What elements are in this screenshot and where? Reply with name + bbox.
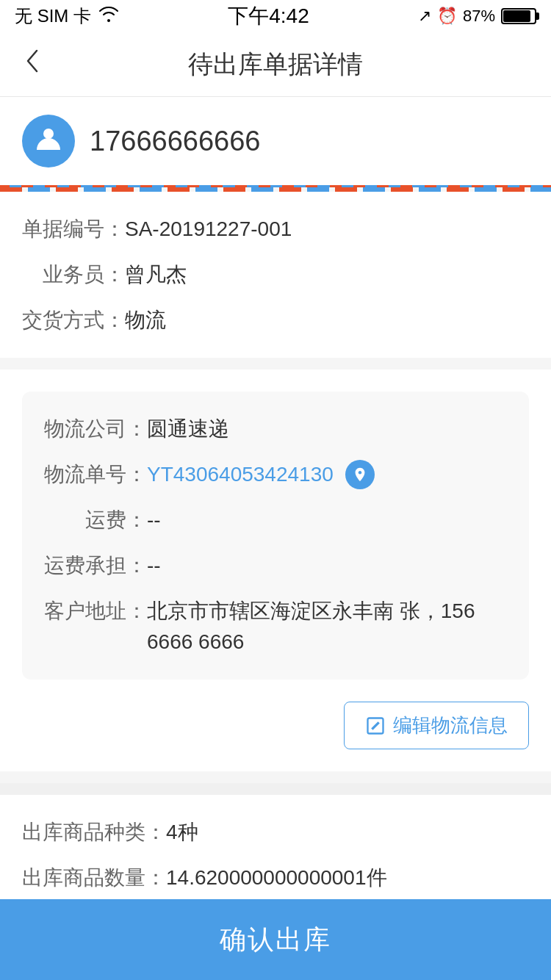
carrier-label: 无 SIM 卡 [15, 4, 91, 28]
delivery-row: 交货方式： 物流 [22, 305, 529, 336]
back-button[interactable] [22, 45, 66, 84]
user-icon [34, 123, 63, 159]
tracking-label: 物流单号： [44, 459, 147, 490]
logistics-company-label: 物流公司： [44, 414, 147, 444]
goods-quantity-label: 出库商品数量： [22, 862, 166, 893]
document-info-section: 单据编号： SA-20191227-001 业务员： 曾凡杰 交货方式： 物流 [0, 192, 551, 358]
document-number-row: 单据编号： SA-20191227-001 [22, 214, 529, 245]
confirm-button[interactable]: 确认出库 [0, 899, 551, 980]
goods-quantity-row: 出库商品数量： 14.620000000000001件 [22, 862, 529, 893]
status-left: 无 SIM 卡 [15, 4, 119, 28]
delivery-label: 交货方式： [22, 305, 125, 336]
salesman-label: 业务员： [22, 259, 125, 290]
tracking-row: 物流单号： YT43064053424130 [44, 459, 507, 490]
freight-bearer-label: 运费承担： [44, 550, 147, 581]
freight-label: 运费： [44, 505, 147, 536]
tracking-value: YT43064053424130 [147, 459, 507, 490]
page-title: 待出库单据详情 [188, 48, 363, 82]
goods-quantity-value: 14.620000000000001件 [166, 862, 529, 893]
alarm-icon: ⏰ [437, 7, 457, 26]
edit-logistics-label: 编辑物流信息 [393, 713, 508, 738]
address-row: 客户地址： 北京市市辖区海淀区永丰南 张，156 6666 6666 [44, 596, 507, 657]
nav-bar: 待出库单据详情 [0, 32, 551, 97]
document-number-value: SA-20191227-001 [125, 214, 529, 245]
logistics-card: 物流公司： 圆通速递 物流单号： YT43064053424130 运费： --… [22, 392, 529, 680]
status-right: ↗ ⏰ 87% [418, 7, 536, 26]
logistics-company-row: 物流公司： 圆通速递 [44, 414, 507, 444]
address-value: 北京市市辖区海淀区永丰南 张，156 6666 6666 [147, 596, 507, 657]
delivery-value: 物流 [125, 305, 529, 336]
logistics-company-value: 圆通速递 [147, 414, 507, 444]
goods-types-row: 出库商品种类： 4种 [22, 817, 529, 848]
freight-row: 运费： -- [44, 505, 507, 536]
map-location-icon[interactable] [345, 460, 375, 489]
edit-logistics-button-container: 编辑物流信息 [22, 694, 529, 749]
svg-point-0 [43, 129, 54, 139]
freight-value: -- [147, 505, 507, 536]
edit-logistics-button[interactable]: 编辑物流信息 [344, 702, 529, 749]
document-number-label: 单据编号： [22, 214, 125, 245]
goods-types-value: 4种 [166, 817, 529, 848]
customer-section: 17666666666 [0, 97, 551, 187]
freight-bearer-row: 运费承担： -- [44, 550, 507, 581]
logistics-section: 物流公司： 圆通速递 物流单号： YT43064053424130 运费： --… [0, 370, 551, 771]
wifi-icon [98, 6, 119, 26]
address-label: 客户地址： [44, 596, 147, 627]
confirm-label: 确认出库 [220, 922, 331, 958]
freight-bearer-value: -- [147, 550, 507, 581]
salesman-row: 业务员： 曾凡杰 [22, 259, 529, 290]
section-separator [0, 783, 551, 795]
customer-phone: 17666666666 [90, 126, 260, 157]
salesman-value: 曾凡杰 [125, 259, 529, 290]
avatar [22, 115, 75, 167]
status-bar: 无 SIM 卡 下午4:42 ↗ ⏰ 87% [0, 0, 551, 32]
battery-percent: 87% [463, 7, 495, 26]
goods-types-label: 出库商品种类： [22, 817, 166, 848]
location-status-icon: ↗ [418, 7, 431, 26]
status-time: 下午4:42 [228, 2, 309, 30]
battery-icon [501, 8, 536, 24]
